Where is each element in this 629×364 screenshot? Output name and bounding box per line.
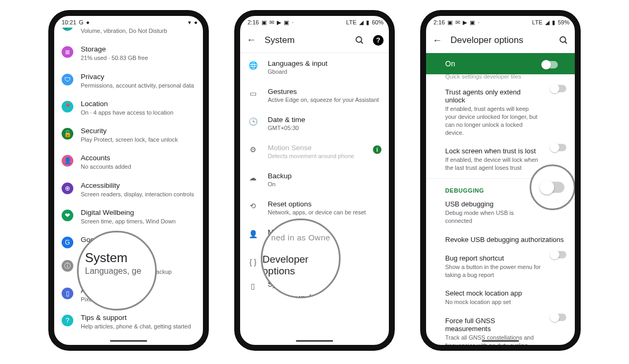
settings-row-security[interactable]: 🔓SecurityPlay Protect, screen lock, face…	[54, 122, 203, 149]
help-icon[interactable]: ?	[373, 35, 384, 46]
back-icon[interactable]: ←	[245, 34, 257, 46]
magnifier-system: System Languages, ge	[77, 231, 157, 310]
master-toggle[interactable]	[542, 61, 558, 68]
toggle[interactable]	[550, 314, 566, 321]
settings-row-storage[interactable]: ≣Storage21% used · 50.83 GB free	[54, 40, 203, 67]
page-title: System	[265, 35, 346, 46]
row-subtitle: On · 4 apps have access to location	[81, 109, 173, 116]
dev-row-select-mock-location-app[interactable]: Select mock location appNo mock location…	[426, 284, 575, 311]
page-title: Developer options	[450, 35, 550, 46]
settings-row-accessibility[interactable]: ⊕AccessibilityScreen readers, display, i…	[54, 176, 203, 203]
settings-row-sound[interactable]: 🔊SoundVolume, vibration, Do Not Disturb	[54, 28, 203, 40]
dev-row-bug-report-shortcut[interactable]: Bug report shortcutShow a button in the …	[426, 249, 575, 284]
mail-icon: ✉	[269, 20, 274, 25]
info-badge: i	[373, 145, 381, 154]
row-subtitle: On	[268, 181, 292, 187]
play-icon: ▶	[277, 20, 281, 25]
dev-row-trust-agents-only-extend-unlock[interactable]: Trust agents only extend unlockIf enable…	[426, 83, 575, 142]
row-title: USB debugging	[445, 200, 542, 208]
battery-icon: ●	[194, 20, 198, 25]
three-phone-layout: 10:21 G ● ▾ ● 🔊SoundVolume, vibration, D…	[0, 0, 629, 361]
settings-row-location[interactable]: 📍LocationOn · 4 apps have access to loca…	[54, 94, 203, 122]
phone-system: 2:16 ▣ ✉ ▶ ▣ · LTE ◢ ▮ 60% ← System ? 🌐L…	[235, 11, 394, 350]
system-row-backup[interactable]: ☁BackupOn	[240, 166, 389, 194]
mag-dev-options: Developer options	[262, 254, 339, 277]
row-title: Trust agents only extend unlock	[445, 88, 542, 104]
phone-developer-options: 2:16 ▣ ✉ ▶ ▣ · LTE ◢ ▮ 59% ← Developer o…	[421, 11, 580, 350]
row-title: Force full GNSS measurements	[445, 317, 542, 333]
mag-partial: ned in as Owne	[271, 233, 330, 242]
dev-row-force-full-gnss-measurements[interactable]: Force full GNSS measurementsTrack all GN…	[426, 311, 575, 345]
notif-icon: ▣	[470, 20, 475, 25]
row-subtitle: Play Protect, screen lock, face unlock	[81, 136, 178, 143]
magnifier-developer: ned in as Owne Developer options tem upd…	[261, 219, 341, 298]
location-icon: 📍	[62, 101, 73, 112]
settings-row-digital-wellbeing[interactable]: ❤Digital WellbeingScreen time, app timer…	[54, 203, 203, 230]
system-row-languages-input[interactable]: 🌐Languages & inputGboard	[240, 53, 389, 81]
status-time: 2:16	[248, 19, 259, 25]
row-title: Gestures	[268, 88, 379, 96]
row-subtitle: 21% used · 50.83 GB free	[81, 54, 148, 62]
accounts-icon: 👤	[62, 155, 73, 167]
system-row-reset-options[interactable]: ⟲Reset optionsNetwork, apps, or device c…	[240, 194, 389, 222]
row-title: Accessibility	[81, 181, 194, 189]
status-bar: 2:16 ▣ ✉ ▶ ▣ · LTE ◢ ▮ 59%	[426, 16, 575, 28]
privacy-icon: 🛡	[62, 74, 73, 85]
row-subtitle: Volume, vibration, Do Not Disturb	[81, 28, 167, 34]
more-icon: ·	[478, 20, 479, 25]
row-title: Lock screen when trust is lost	[445, 147, 542, 155]
phone-settings: 10:21 G ● ▾ ● 🔊SoundVolume, vibration, D…	[49, 11, 208, 350]
row-subtitle: Permissions, account activity, personal …	[81, 82, 194, 89]
toggle[interactable]	[550, 144, 566, 151]
row-subtitle: Gboard	[268, 68, 328, 75]
settings-row-privacy[interactable]: 🛡PrivacyPermissions, account activity, p…	[54, 67, 203, 94]
svg-point-0	[356, 37, 362, 42]
notif-icon: ▣	[447, 20, 453, 25]
row-title: Reset options	[268, 200, 366, 208]
status-bar: 10:21 G ● ▾ ●	[54, 16, 203, 28]
dot-icon: ●	[86, 20, 90, 25]
row-subtitle: If enabled, trust agents will keep your …	[445, 105, 541, 136]
system-row-gestures[interactable]: ▭GesturesActive Edge on, squeeze for you…	[240, 81, 389, 109]
settings-row-accounts[interactable]: 👤AccountsNo accounts added	[54, 149, 203, 176]
reset-options-icon: ⟲	[248, 201, 258, 211]
svg-line-1	[361, 41, 363, 44]
row-subtitle: Debug mode when USB is connected	[445, 209, 541, 225]
row-title: Tips & support	[81, 314, 191, 322]
row-subtitle: No mock location app set	[445, 298, 541, 306]
row-title: Privacy	[81, 73, 194, 81]
system-icon: ⓘ	[62, 260, 73, 272]
gestures-icon: ▭	[248, 88, 258, 99]
master-toggle-bar[interactable]: On	[426, 53, 575, 74]
network-label: LTE	[346, 20, 356, 25]
system-row-motion-sense[interactable]: ⚙Motion SenseDetects movement around pho…	[240, 137, 389, 166]
settings-row-tips-support[interactable]: ?Tips & supportHelp articles, phone & ch…	[54, 308, 203, 335]
search-icon[interactable]	[558, 34, 570, 46]
row-title: Storage	[81, 45, 148, 53]
usb-debugging-toggle-mag[interactable]	[541, 182, 565, 193]
system-row-date-time[interactable]: 🕒Date & timeGMT+05:30	[240, 109, 389, 137]
row-subtitle: Network, apps, or device can be reset	[268, 209, 366, 215]
notif-icon: ▣	[261, 20, 267, 25]
toggle[interactable]	[550, 251, 566, 258]
battery-icon: ▮	[366, 20, 369, 25]
row-title: Accounts	[81, 154, 131, 162]
digital-wellbeing-icon: ❤	[62, 210, 73, 221]
storage-icon: ≣	[62, 46, 73, 58]
magnifier-title: System	[85, 250, 149, 265]
partial-prev-row: Quick settings developer tiles	[426, 74, 575, 83]
row-subtitle: Help articles, phone & chat, getting sta…	[81, 323, 191, 330]
row-title: Digital Wellbeing	[81, 209, 176, 216]
master-toggle-label: On	[445, 59, 455, 68]
dev-row-revoke-usb-debugging-authorizations[interactable]: Revoke USB debugging authorizations	[426, 230, 575, 249]
appbar: ← System ?	[240, 28, 389, 53]
search-icon[interactable]	[354, 34, 366, 46]
developer-options-icon: { }	[248, 257, 258, 267]
mail-icon: ✉	[455, 20, 460, 25]
row-title: Bug report shortcut	[445, 254, 542, 262]
back-icon[interactable]: ←	[431, 34, 443, 46]
row-title: Location	[81, 100, 173, 108]
row-subtitle: If enabled, the device will lock when th…	[445, 156, 541, 172]
toggle[interactable]	[550, 85, 566, 92]
row-subtitle: Detects movement around phone	[268, 153, 354, 159]
